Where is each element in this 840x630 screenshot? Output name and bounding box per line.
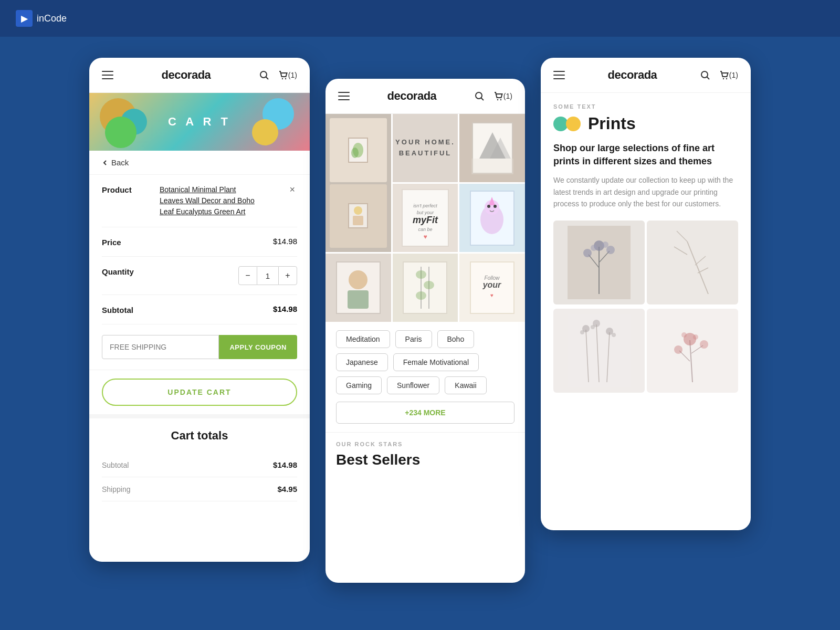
svg-text:myFit: myFit (413, 215, 438, 225)
product-label: Product (102, 184, 160, 194)
remove-product-button[interactable]: × (287, 184, 297, 195)
image-placeholder-3 (553, 309, 645, 393)
phone-categories: decorada (1) (326, 79, 525, 583)
phone-cart: decorada (1) (89, 58, 310, 562)
prints-header: Prints (541, 114, 751, 142)
price-label: Price (102, 237, 160, 247)
back-button[interactable]: Back (89, 151, 310, 175)
svg-point-55 (602, 242, 608, 248)
product-row: Product Botanical Minimal Plant Leaves W… (102, 175, 297, 227)
prints-icons (553, 117, 581, 131)
svg-rect-17 (471, 159, 513, 174)
totals-subtotal-value: $14.98 (273, 460, 297, 469)
cart-table: Product Botanical Minimal Plant Leaves W… (89, 175, 310, 324)
cart-totals-section: Cart totals Subtotal $14.98 Shipping $4.… (89, 418, 310, 512)
gallery-item-3 (459, 114, 525, 182)
cart-button-2[interactable]: (1) (493, 91, 512, 101)
price-value: $14.98 (273, 237, 297, 246)
some-text-label: SOME TEXT (541, 93, 751, 114)
quantity-decrease-button[interactable]: − (238, 266, 257, 285)
rock-stars-section: OUR ROCK STARS Best Sellers (326, 432, 525, 468)
svg-point-70 (591, 325, 595, 329)
hamburger-menu[interactable] (102, 71, 113, 79)
tag-gaming[interactable]: Gaming (336, 376, 382, 394)
more-tags-button[interactable]: +234 MORE (336, 402, 514, 424)
image-grid (541, 220, 751, 393)
image-placeholder-1 (553, 220, 645, 304)
quantity-row: Quantity − 1 + (102, 257, 297, 295)
gallery-item-portrait (326, 254, 391, 322)
cart-button-3[interactable]: (1) (719, 70, 738, 80)
best-sellers-title: Best Sellers (336, 452, 514, 468)
top-bar: ▶ inCode (0, 0, 840, 37)
phones-container: decorada (1) (0, 47, 840, 593)
tag-kawaii[interactable]: Kawaii (445, 376, 486, 394)
totals-shipping-label: Shipping (102, 485, 131, 494)
tag-sunflower[interactable]: Sunflower (387, 376, 439, 394)
search-button-3[interactable] (700, 70, 710, 80)
svg-point-54 (591, 245, 597, 251)
phone-prints: decorada (1) SOME TEXT (541, 58, 751, 530)
subtotal-value: $14.98 (273, 304, 297, 313)
coupon-input[interactable] (102, 335, 219, 359)
rock-stars-label: OUR ROCK STARS (336, 441, 514, 447)
tag-boho[interactable]: Boho (437, 330, 475, 348)
svg-point-29 (494, 205, 497, 208)
logo-icon: ▶ (16, 10, 33, 27)
header-icons-1: (1) (259, 70, 297, 80)
svg-line-5 (481, 98, 484, 101)
image-placeholder-2 (647, 220, 738, 304)
prints-description: We constantly update our collection to k… (541, 174, 751, 220)
svg-point-71 (612, 333, 616, 337)
product-name: Botanical Minimal Plant Leaves Wall Deco… (160, 184, 255, 217)
header-icons-2: (1) (474, 91, 512, 101)
header-icons-3: (1) (700, 70, 738, 80)
svg-point-0 (260, 71, 267, 78)
cart-banner: C A R T (89, 93, 310, 151)
hamburger-menu-2[interactable] (338, 92, 350, 100)
gallery-item-bamboo (393, 254, 458, 322)
svg-point-69 (580, 330, 584, 334)
hamburger-menu-3[interactable] (553, 71, 565, 79)
svg-line-1 (266, 77, 268, 80)
svg-point-4 (476, 92, 482, 99)
svg-text:♥: ♥ (490, 292, 494, 298)
svg-text:can be: can be (418, 227, 432, 232)
quantity-display: 1 (257, 266, 278, 285)
apply-coupon-button[interactable]: APPLY COUPON (219, 335, 297, 359)
tag-japanese[interactable]: Japanese (336, 353, 388, 371)
tags-section: Meditation Paris Boho Japanese Female Mo… (326, 322, 525, 432)
prints-title: Prints (588, 114, 636, 133)
cart-badge-2: (1) (503, 92, 512, 100)
quantity-increase-button[interactable]: + (278, 266, 297, 285)
search-button-1[interactable] (259, 70, 269, 80)
tag-female-motivational[interactable]: Female Motivational (393, 353, 479, 371)
svg-text:♥: ♥ (423, 233, 427, 240)
phone2-header: decorada (1) (326, 79, 525, 114)
tags-row-1: Meditation Paris Boho (336, 330, 514, 348)
cart-button-1[interactable]: (1) (278, 70, 297, 80)
svg-point-31 (349, 270, 368, 289)
svg-point-53 (606, 246, 615, 254)
search-button-2[interactable] (474, 91, 485, 101)
totals-subtotal-row: Subtotal $14.98 (102, 453, 297, 477)
svg-point-12 (354, 206, 362, 215)
svg-line-44 (707, 77, 709, 80)
gallery-item-text-art: isn't perfect but your myFit can be ♥ (393, 184, 458, 252)
tags-row-3: Gaming Sunflower Kawaii (336, 376, 514, 394)
svg-point-52 (583, 249, 592, 257)
coupon-row: APPLY COUPON (89, 324, 310, 370)
tag-meditation[interactable]: Meditation (336, 330, 390, 348)
banner-circle-3 (105, 117, 136, 148)
product-row-content: Botanical Minimal Plant Leaves Wall Deco… (160, 184, 297, 217)
prints-subtitle: Shop our large selections of fine art pr… (541, 142, 751, 174)
tag-paris[interactable]: Paris (395, 330, 432, 348)
svg-rect-32 (348, 290, 369, 309)
update-cart-button[interactable]: UPDATE CART (102, 379, 297, 406)
gallery-grid: YOUR HOME. BEAUTIFUL (326, 114, 525, 322)
phone3-header: decorada (1) (541, 58, 751, 93)
svg-point-37 (424, 281, 434, 289)
cart-divider (89, 414, 310, 418)
svg-point-7 (500, 99, 501, 100)
cart-totals-title: Cart totals (102, 429, 297, 443)
